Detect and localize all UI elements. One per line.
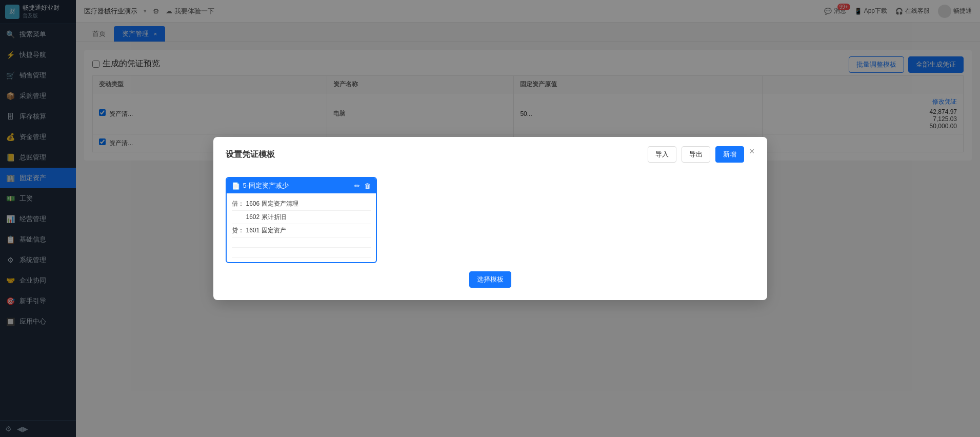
import-button[interactable]: 导入 — [648, 146, 676, 163]
dialog-overlay: 设置凭证模板 导入 导出 新增 × 📄 5-固定资产减少 ✏ 🗑 — [0, 0, 980, 437]
template-entry-2: 1602 累计折旧 — [232, 211, 371, 224]
template-card-body: 借： 1606 固定资产清理 1602 累计折旧 贷： 1601 固定资产 — [227, 193, 376, 262]
template-actions: ✏ 🗑 — [354, 182, 371, 190]
select-template-button[interactable]: 选择模板 — [469, 271, 511, 288]
entry-account-3: 1601 固定资产 — [246, 226, 286, 235]
template-card-doc-icon: 📄 — [232, 182, 240, 190]
template-entry-5 — [232, 248, 371, 258]
template-entry-1: 借： 1606 固定资产清理 — [232, 197, 371, 211]
template-card-header: 📄 5-固定资产减少 ✏ 🗑 — [227, 178, 376, 193]
entry-type-3: 贷： — [232, 226, 244, 235]
template-card: 📄 5-固定资产减少 ✏ 🗑 借： 1606 固定资产清理 — [226, 177, 377, 263]
delete-template-icon[interactable]: 🗑 — [364, 182, 371, 190]
dialog-header: 设置凭证模板 导入 导出 新增 × — [213, 137, 767, 169]
dialog-toolbar: 导入 导出 新增 × — [648, 146, 755, 163]
entry-type-1: 借： — [232, 200, 244, 208]
close-icon[interactable]: × — [749, 146, 755, 163]
dialog-title: 设置凭证模板 — [226, 149, 275, 160]
template-entry-4 — [232, 237, 371, 248]
template-name: 5-固定资产减少 — [243, 181, 289, 190]
new-template-button[interactable]: 新增 — [715, 146, 744, 163]
select-template-wrapper: 选择模板 — [226, 271, 755, 288]
entry-account-1: 1606 固定资产清理 — [246, 200, 298, 208]
template-entry-3: 贷： 1601 固定资产 — [232, 224, 371, 237]
entry-account-2: 1602 累计折旧 — [246, 213, 286, 222]
dialog: 设置凭证模板 导入 导出 新增 × 📄 5-固定资产减少 ✏ 🗑 — [213, 137, 767, 300]
dialog-body: 📄 5-固定资产减少 ✏ 🗑 借： 1606 固定资产清理 — [213, 169, 767, 300]
export-button[interactable]: 导出 — [682, 146, 710, 163]
edit-template-icon[interactable]: ✏ — [354, 182, 360, 190]
